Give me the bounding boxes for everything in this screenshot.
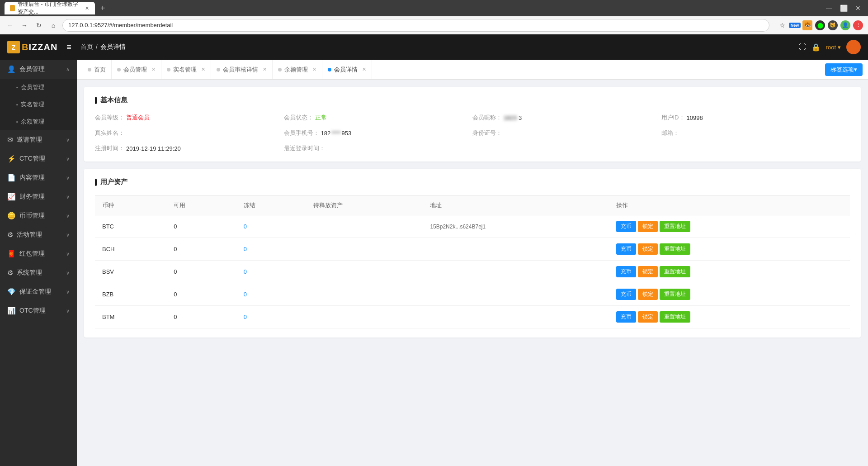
user-assets-card: 用户资产 币种 可用 冻结 待释放资产 地址 操作 <box>84 169 861 338</box>
info-item-phone: 会员手机号： 182****953 <box>284 129 473 137</box>
lock-btn[interactable]: 锁定 <box>638 311 658 323</box>
chevron-down-otc: ∨ <box>66 308 70 314</box>
sidebar-item-ctc[interactable]: ⚡ CTC管理 ∨ <box>0 149 77 168</box>
tab-realname[interactable]: 实名管理 ✕ <box>161 60 211 79</box>
cell-frozen: 0 <box>236 283 306 306</box>
reset-btn[interactable]: 重置地址 <box>660 221 690 232</box>
chevron-down-activity: ∨ <box>66 232 70 238</box>
sidebar-item-invite[interactable]: ✉ 邀请管理 ∨ <box>0 130 77 149</box>
assets-table-body: BTC 0 0 15Bp2N2k...s624B7ej1 充币锁定重置地址 BC… <box>95 215 850 328</box>
sidebar-item-member-list[interactable]: ▪ 会员管理 <box>0 79 77 96</box>
sidebar-item-finance[interactable]: 📈 财务管理 ∨ <box>0 187 77 206</box>
breadcrumb-sep: / <box>96 43 98 51</box>
sidebar-item-otc[interactable]: 📊 OTC管理 ∨ <box>0 301 77 320</box>
tab-balance[interactable]: 余额管理 ✕ <box>273 60 322 79</box>
sidebar-item-otc-left: 📊 OTC管理 <box>7 307 46 315</box>
redpacket-icon: 🧧 <box>7 250 16 258</box>
member-icon: 👤 <box>7 65 16 73</box>
cell-currency: BZB <box>95 283 166 306</box>
tab-home[interactable]: 首页 <box>82 60 112 79</box>
ext1-icon[interactable]: 🐯 <box>802 20 813 31</box>
reset-btn[interactable]: 重置地址 <box>660 311 690 323</box>
sidebar-item-realname[interactable]: ▪ 实名管理 <box>0 96 77 113</box>
ext2-icon[interactable]: ⬤ <box>815 20 826 31</box>
main-layout: 👤 会员管理 ∧ ▪ 会员管理 ▪ 实名管理 ▪ 余额管理 <box>0 60 868 466</box>
lock-btn[interactable]: 锁定 <box>638 289 658 300</box>
back-button[interactable]: ← <box>5 20 15 31</box>
sidebar-item-member-management[interactable]: 👤 会员管理 ∧ <box>0 60 77 79</box>
recharge-btn[interactable]: 充币 <box>616 289 636 300</box>
sidebar-item-coin-left: 🪙 币币管理 <box>7 212 45 220</box>
forward-button[interactable]: → <box>19 20 30 31</box>
lock-btn[interactable]: 锁定 <box>638 221 658 232</box>
tab-close-member[interactable]: ✕ <box>151 67 156 72</box>
close-button[interactable]: ✕ <box>853 3 863 14</box>
recharge-btn[interactable]: 充币 <box>616 311 636 323</box>
cell-actions: 充币锁定重置地址 <box>609 215 850 238</box>
breadcrumb: 首页 / 会员详情 <box>80 43 126 51</box>
tab-close-realname[interactable]: ✕ <box>201 67 205 72</box>
user-avatar[interactable] <box>846 40 861 54</box>
reset-btn[interactable]: 重置地址 <box>660 289 690 300</box>
app-header: Z BIZZAN ≡ 首页 / 会员详情 ⛶ 🔒 root ▾ <box>0 34 868 60</box>
info-item-lastlogin: 最近登录时间： <box>284 144 473 152</box>
cell-address <box>423 306 609 328</box>
lock-btn[interactable]: 锁定 <box>638 266 658 277</box>
user-profile-icon[interactable]: 👤 <box>840 20 851 31</box>
reset-btn[interactable]: 重置地址 <box>660 243 690 255</box>
recharge-btn[interactable]: 充币 <box>616 266 636 277</box>
breadcrumb-home[interactable]: 首页 <box>80 43 93 51</box>
lock-btn[interactable]: 锁定 <box>638 243 658 255</box>
sidebar-item-guarantee[interactable]: 💎 保证金管理 ∨ <box>0 282 77 301</box>
reset-btn[interactable]: 重置地址 <box>660 266 690 277</box>
tab-member[interactable]: 会员管理 ✕ <box>112 60 161 79</box>
sidebar-item-redpacket[interactable]: 🧧 红包管理 ∨ <box>0 244 77 263</box>
breadcrumb-current: 会员详情 <box>100 43 126 51</box>
home-button[interactable]: ⌂ <box>48 20 59 31</box>
tab-member-detail[interactable]: 会员详情 ✕ <box>322 60 372 79</box>
sidebar-item-coin[interactable]: 🪙 币币管理 ∨ <box>0 206 77 225</box>
title-bar <box>95 97 97 104</box>
sidebar-item-redpacket-left: 🧧 红包管理 <box>7 250 45 258</box>
address-bar[interactable]: 127.0.0.1:9527/#/member/memberdetail <box>62 19 769 32</box>
recharge-btn[interactable]: 充币 <box>616 243 636 255</box>
sidebar-item-content[interactable]: 📄 内容管理 ∨ <box>0 168 77 187</box>
tab-close-btn[interactable]: ✕ <box>85 5 90 11</box>
sidebar-label-invite: 邀请管理 <box>17 136 42 144</box>
star-icon[interactable]: ☆ <box>777 20 788 31</box>
recharge-btn[interactable]: 充币 <box>616 221 636 232</box>
tab-close-detail[interactable]: ✕ <box>362 67 366 72</box>
sub-label-realname: 实名管理 <box>21 100 44 109</box>
content-icon: 📄 <box>7 174 16 182</box>
tab-close-review[interactable]: ✕ <box>263 67 267 72</box>
userid-label: 用户ID： <box>661 114 685 122</box>
sidebar-item-activity[interactable]: ⚙ 活动管理 ∨ <box>0 225 77 244</box>
browser-tab[interactable]: 管理后台 - 币门|全球数字资产交... ✕ <box>5 2 95 14</box>
sidebar-item-system[interactable]: ⚙ 系统管理 ∨ <box>0 263 77 282</box>
chevron-down-finance: ∨ <box>66 194 70 200</box>
new-tab-button[interactable]: + <box>100 4 105 13</box>
info-item-level: 会员等级： 普通会员 <box>95 114 284 122</box>
fullscreen-icon[interactable]: ⛶ <box>799 43 806 51</box>
tab-label-realname: 实名管理 <box>173 66 197 74</box>
ext3-icon[interactable]: 🐱 <box>827 20 838 31</box>
tab-review[interactable]: 会员审核详情 ✕ <box>211 60 273 79</box>
sidebar-item-balance[interactable]: ▪ 余额管理 <box>0 113 77 130</box>
lock-icon[interactable]: 🔒 <box>811 43 821 52</box>
page-content: 基本信息 会员等级： 普通会员 会员状态： 正常 会员昵称： <box>77 80 868 466</box>
minimize-button[interactable]: — <box>824 3 835 14</box>
new-badge: New <box>789 23 801 28</box>
table-row: BSV 0 0 充币锁定重置地址 <box>95 261 850 283</box>
label-select-button[interactable]: 标签选项▾ <box>825 63 863 76</box>
hamburger-menu[interactable]: ≡ <box>63 41 75 54</box>
reload-button[interactable]: ↻ <box>33 20 44 31</box>
chrome-menu-icon[interactable]: ⋮ <box>853 20 863 31</box>
status-value: 正常 <box>315 114 327 122</box>
maximize-button[interactable]: ⬜ <box>838 3 849 14</box>
header-user[interactable]: root ▾ <box>826 44 841 51</box>
extension-new-icon[interactable]: New <box>789 20 800 31</box>
nickname-value: 1823 3 <box>504 114 522 121</box>
tab-label-member: 会员管理 <box>123 66 147 74</box>
tab-close-balance[interactable]: ✕ <box>312 67 316 72</box>
browser-chrome: 管理后台 - 币门|全球数字资产交... ✕ + — ⬜ ✕ <box>0 0 868 16</box>
